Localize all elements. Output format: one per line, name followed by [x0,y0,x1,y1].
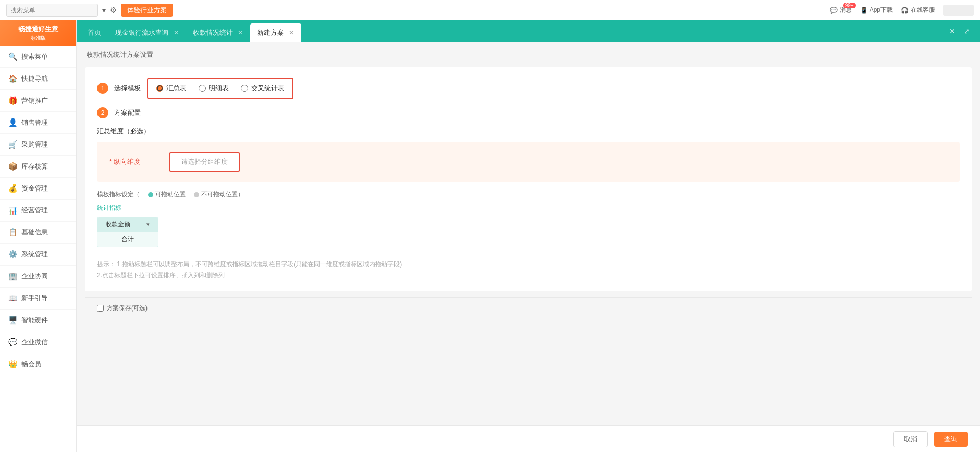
message-badge: 99+ [843,3,856,8]
sidebar-item-enterprise-label: 企业协同 [21,272,48,281]
config-section: 汇总维度（必选） * 纵向维度 —— 请选择分组维度 模板指标设定（ [97,127,960,281]
non-draggable-label: 不可拖动位置） [201,190,244,199]
sidebar-logo-sub: 标准版 [18,35,58,42]
message-icon-wrapper[interactable]: 💬 消息 99+ [830,6,852,14]
tab-new-plan[interactable]: 新建方案 ✕ [250,23,301,42]
step2-badge: 2 [97,107,108,118]
sidebar-item-basic-info[interactable]: 📋 基础信息 [0,222,76,244]
template-select-group: 汇总表 明细表 交叉统计表 [147,78,293,99]
sidebar-item-basic-info-label: 基础信息 [21,228,48,237]
indicator-settings-header: 模板指标设定（ 可拖动位置 不可拖动位置） [97,190,960,199]
app-download-wrapper[interactable]: 📱 App下载 [860,6,893,14]
sidebar-item-member[interactable]: 👑 畅会员 [0,353,76,375]
sidebar-item-operations[interactable]: 📊 经营管理 [0,200,76,222]
config-card: 1 选择模板 汇总表 明细表 交叉统计表 [85,67,972,291]
tab-bar-maximize-button[interactable]: ⤢ [962,25,972,37]
sidebar-item-inventory[interactable]: 📦 库存核算 [0,156,76,178]
stats-table: 收款金额 ▾ 合计 [97,217,158,247]
step2-row: 2 方案配置 [97,107,960,118]
dimension-select-box[interactable]: 请选择分组维度 [169,152,240,172]
radio-crosstab-input[interactable] [241,85,248,92]
header-dropdown-button[interactable]: ▾ [102,6,106,14]
industry-plan-button[interactable]: 体验行业方案 [121,4,173,17]
tab-receipt-stats[interactable]: 收款情况统计 ✕ [186,23,250,42]
step1-label: 选择模板 [114,84,141,93]
tab-cash-query-close[interactable]: ✕ [174,29,179,36]
stats-column-dropdown[interactable]: ▾ [146,221,150,228]
online-service-icon: 🎧 [901,7,909,14]
sales-icon: 👤 [8,118,17,127]
sidebar-item-system[interactable]: ⚙️ 系统管理 [0,244,76,266]
online-service-label: 在线客服 [911,6,935,14]
stats-table-header[interactable]: 收款金额 ▾ [97,217,158,232]
sidebar-item-weichat[interactable]: 💬 企业微信 [0,331,76,353]
sidebar-item-smart-hw[interactable]: 🖥️ 智能硬件 [0,310,76,331]
hint-section: 提示： 1.拖动标题栏可以调整布局，不可跨维度或指标区域拖动栏目字段(只能在同一… [97,259,960,281]
message-icon: 💬 [830,7,838,14]
stats-table-cell: 合计 [97,232,158,247]
tab-home-label: 首页 [88,28,101,37]
save-checkbox[interactable] [97,305,104,312]
non-draggable-dot [194,192,199,197]
radio-summary[interactable]: 汇总表 [156,84,186,93]
search-menu-icon: 🔍 [8,52,17,61]
tab-new-plan-label: 新建方案 [257,28,284,37]
tab-bar-close-button[interactable]: ✕ [947,25,958,37]
header-right: 💬 消息 99+ 📱 App下载 🎧 在线客服 [830,5,974,16]
indicator-settings: 模板指标设定（ 可拖动位置 不可拖动位置） 统计指标 [97,190,960,281]
sidebar-item-guide-label: 新手引导 [21,294,48,303]
guide-icon: 📖 [8,294,17,303]
sidebar-logo-main: 畅捷通好生意 [18,25,58,34]
radio-crosstab-label: 交叉统计表 [251,84,284,93]
tab-cash-query[interactable]: 现金银行流水查询 ✕ [108,23,186,42]
user-avatar[interactable] [943,5,974,16]
tab-receipt-stats-close[interactable]: ✕ [238,29,243,36]
sidebar-item-finance-label: 资金管理 [21,184,48,193]
tab-bar-right: ✕ ⤢ [947,20,976,42]
search-input[interactable] [6,4,98,17]
sidebar-item-quick-nav[interactable]: 🏠 快捷导航 [0,68,76,90]
tab-new-plan-close[interactable]: ✕ [289,29,294,36]
query-button[interactable]: 查询 [934,432,968,447]
enterprise-icon: 🏢 [8,272,17,281]
cancel-button[interactable]: 取消 [893,431,928,447]
indicator-settings-label: 模板指标设定（ [97,190,140,199]
sidebar-item-sales[interactable]: 👤 销售管理 [0,112,76,134]
weichat-icon: 💬 [8,338,17,347]
sidebar-item-system-label: 系统管理 [21,250,48,259]
draggable-dot [148,192,153,197]
radio-crosstab[interactable]: 交叉统计表 [241,84,284,93]
sidebar-item-marketing[interactable]: 🎁 营销推广 [0,90,76,112]
radio-summary-input[interactable] [156,85,163,92]
online-service-wrapper[interactable]: 🎧 在线客服 [901,6,935,14]
tab-receipt-stats-label: 收款情况统计 [193,28,233,37]
bottom-action-bar: 取消 查询 [77,425,980,452]
sidebar-items-list: 🔍 搜索菜单 🏠 快捷导航 🎁 营销推广 👤 销售管理 🛒 采购管理 📦 [0,46,76,452]
sidebar-item-search-menu[interactable]: 🔍 搜索菜单 [0,46,76,68]
radio-detail[interactable]: 明细表 [199,84,229,93]
step1-badge: 1 [97,83,108,94]
sidebar-logo: 畅捷通好生意 标准版 [0,20,76,46]
dimension-row: * 纵向维度 —— 请选择分组维度 [109,152,947,172]
stats-column-label: 收款金额 [106,220,130,229]
sidebar: 畅捷通好生意 标准版 🔍 搜索菜单 🏠 快捷导航 🎁 营销推广 👤 销售管理 [0,20,77,452]
radio-detail-input[interactable] [199,85,206,92]
sidebar-item-enterprise[interactable]: 🏢 企业协同 [0,266,76,288]
system-icon: ⚙️ [8,250,17,259]
sidebar-item-purchase[interactable]: 🛒 采购管理 [0,134,76,156]
basic-info-icon: 📋 [8,228,17,237]
sidebar-item-finance[interactable]: 💰 资金管理 [0,178,76,200]
finance-icon: 💰 [8,184,17,193]
member-icon: 👑 [8,360,17,369]
header-gear-button[interactable]: ⚙ [110,5,117,15]
app-download-label: App下载 [870,6,893,14]
save-option[interactable]: 方案保存(可选) [97,304,960,313]
hint-1: 提示： 1.拖动标题栏可以调整布局，不可跨维度或指标区域拖动栏目字段(只能在同一… [97,259,960,270]
page-footer: 方案保存(可选) [85,297,972,319]
page-breadcrumb: 收款情况统计方案设置 [85,50,972,59]
sidebar-item-guide[interactable]: 📖 新手引导 [0,288,76,310]
summary-dim-title: 汇总维度（必选） [97,127,960,136]
tab-home[interactable]: 首页 [81,23,108,42]
sidebar-item-smart-hw-label: 智能硬件 [21,316,48,325]
radio-summary-label: 汇总表 [166,84,186,93]
